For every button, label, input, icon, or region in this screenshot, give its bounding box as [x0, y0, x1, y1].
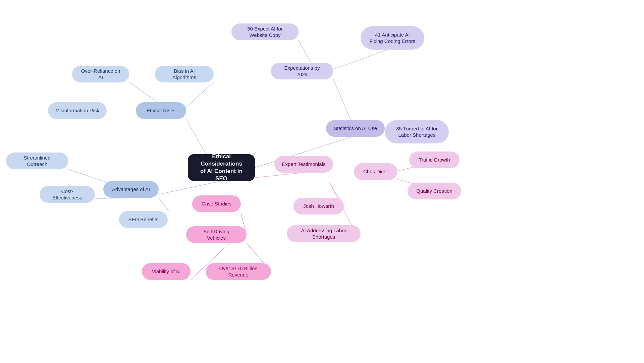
traffic-growth-node[interactable]: Traffic Growth	[409, 152, 460, 168]
ai-addressing-node[interactable]: AI Addressing Labor Shortages	[287, 225, 361, 242]
svg-line-7	[330, 48, 392, 70]
seo-benefits-node[interactable]: SEO Benefits	[119, 211, 168, 228]
ethical-risks-node[interactable]: Ethical Risks	[136, 102, 186, 119]
expert-testimonials-node[interactable]: Expert Testimonials	[274, 156, 333, 173]
josh-howarth-label: Josh Howarth	[303, 203, 334, 209]
svg-line-2	[186, 82, 214, 107]
case-studies-node[interactable]: Case Studies	[192, 195, 241, 212]
chris-dicer-label: Chris Dicer	[363, 168, 388, 175]
misinformation-label: Misinformation Risk	[55, 107, 99, 114]
statistics-label: Statistics on AI Use	[334, 125, 377, 132]
revenue-node[interactable]: Over $170 Billion Revenue	[206, 263, 271, 280]
statistics-node[interactable]: Statistics on AI Use	[326, 120, 385, 137]
advantages-label: Advantages of AI	[112, 186, 150, 193]
misinformation-node[interactable]: Misinformation Risk	[48, 102, 107, 119]
coding-errors-node[interactable]: 41 Anticipate AI Fixing Coding Errors	[361, 26, 424, 50]
expectations-node[interactable]: Expectations by 2024	[271, 63, 333, 79]
seo-benefits-label: SEO Benefits	[128, 216, 158, 223]
svg-line-9	[159, 181, 221, 194]
viability-node[interactable]: Viability of AI	[142, 263, 191, 280]
advantages-node[interactable]: Advantages of AI	[103, 181, 159, 198]
cost-effectiveness-label: Cost-Effectiveness	[47, 188, 88, 201]
expectations-label: Expectations by 2024	[278, 65, 326, 78]
cost-effectiveness-node[interactable]: Cost-Effectiveness	[40, 186, 95, 203]
viability-label: Viability of AI	[152, 268, 181, 275]
over-reliance-node[interactable]: Over-Reliance on AI	[72, 66, 129, 82]
self-driving-label: Self-Driving Vehicles	[194, 228, 239, 241]
chris-dicer-node[interactable]: Chris Dicer	[354, 163, 397, 180]
svg-line-12	[159, 198, 169, 211]
quality-creation-label: Quality Creation	[416, 188, 452, 194]
expert-testimonials-label: Expert Testimonials	[282, 161, 326, 168]
josh-howarth-node[interactable]: Josh Howarth	[293, 198, 344, 215]
case-studies-label: Case Studies	[202, 200, 231, 207]
revenue-label: Over $170 Billion Revenue	[213, 265, 264, 278]
self-driving-node[interactable]: Self-Driving Vehicles	[186, 226, 247, 243]
bias-label: Bias in AI Algorithms	[162, 68, 206, 81]
coding-errors-label: 41 Anticipate AI Fixing Coding Errors	[368, 32, 417, 45]
website-copy-node[interactable]: 30 Expect AI for Website Copy	[231, 23, 299, 40]
over-reliance-label: Over-Reliance on AI	[79, 68, 122, 81]
svg-line-17	[255, 173, 304, 178]
labor-shortages-node[interactable]: 35 Turned to AI for Labor Shortages	[385, 120, 449, 143]
center-label: Ethical Considerations of AI Content in …	[199, 153, 244, 182]
traffic-growth-label: Traffic Growth	[419, 157, 450, 163]
website-copy-label: 30 Expect AI for Website Copy	[239, 25, 291, 39]
streamlined-label: Streamlined Outreach	[13, 155, 61, 168]
streamlined-node[interactable]: Streamlined Outreach	[6, 153, 68, 169]
svg-line-11	[95, 198, 143, 198]
quality-creation-node[interactable]: Quality Creation	[408, 183, 461, 199]
ai-addressing-label: AI Addressing Labor Shortages	[294, 227, 353, 240]
labor-shortages-label: 35 Turned to AI for Labor Shortages	[392, 125, 441, 138]
ethical-risks-label: Ethical Risks	[147, 107, 175, 114]
center-node[interactable]: Ethical Considerations of AI Content in …	[188, 154, 255, 181]
bias-node[interactable]: Bias in AI Algorithms	[155, 66, 214, 82]
